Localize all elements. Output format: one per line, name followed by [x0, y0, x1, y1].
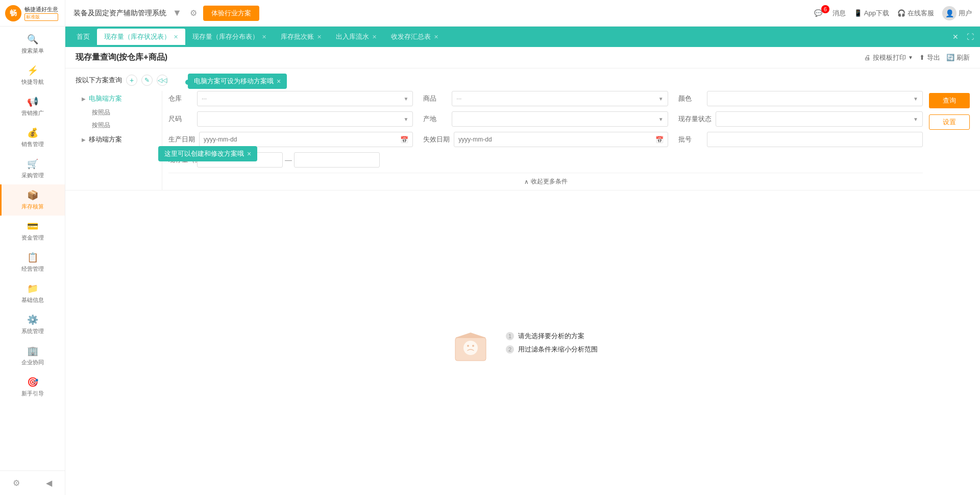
tooltip2-close[interactable]: ×	[247, 150, 251, 158]
stock-status-select[interactable]: ▼	[716, 111, 923, 127]
tab-close-batch-ledger[interactable]: ✕	[317, 34, 322, 40]
scheme-pc-children: 按照品 按照品	[76, 106, 158, 132]
color-select[interactable]: ▼	[707, 91, 923, 106]
produce-date-input-wrap[interactable]: 📅	[199, 132, 413, 147]
settings-gear-icon[interactable]: ⚙	[190, 8, 197, 18]
tab-expand-icon[interactable]: ⛶	[965, 31, 976, 43]
goods-select[interactable]: ··· ▼	[452, 91, 668, 106]
warehouse-select[interactable]: ··· ▼	[197, 91, 413, 106]
content-area: 现存量查询(按仓库+商品) 🖨 按模板打印 ▼ ⬆ 导出 🔄 刷新	[65, 47, 980, 495]
settings-btn[interactable]: ⚙	[11, 476, 22, 490]
empty-svg	[448, 320, 494, 366]
app-download-link[interactable]: 📱 App下载	[854, 9, 889, 18]
lightning-icon: ⚡	[27, 65, 38, 76]
reset-button[interactable]: 设置	[929, 114, 970, 130]
sidebar-item-operations[interactable]: 📋 经营管理	[0, 247, 65, 278]
sidebar-item-quick-nav[interactable]: ⚡ 快捷导航	[0, 60, 65, 91]
tab-home[interactable]: 首页	[69, 29, 97, 45]
svg-point-3	[467, 345, 469, 347]
stock-qty-max[interactable]	[294, 152, 380, 168]
filter-goods: 商品 ··· ▼	[423, 91, 668, 106]
notification-label: 消息	[832, 9, 846, 18]
sidebar-item-guide[interactable]: 🎯 新手引导	[0, 371, 65, 403]
stock-status-dropdown-icon: ▼	[913, 116, 918, 122]
size-dropdown-icon: ▼	[403, 116, 408, 122]
user-area[interactable]: 👤 用户	[942, 6, 972, 20]
batch-input[interactable]	[707, 132, 923, 147]
expire-date-input[interactable]	[458, 136, 653, 143]
tab-batch-ledger[interactable]: 库存批次账 ✕	[274, 29, 329, 45]
filter-produce-date: 生产日期 📅	[168, 132, 413, 147]
tip1-text: 请先选择要分析的方案	[518, 332, 584, 341]
scheme-mobile[interactable]: ▶ 移动端方案	[76, 132, 158, 147]
import-scheme-btn[interactable]: ◁◁	[157, 75, 168, 86]
building-icon: 🏢	[27, 345, 38, 357]
online-support-link[interactable]: 🎧 在线客服	[897, 9, 934, 18]
scheme-pc-label: 电脑端方案	[89, 94, 122, 103]
expire-date-input-wrap[interactable]: 📅	[454, 132, 668, 147]
collapse-btn[interactable]: ◀	[44, 476, 54, 490]
dropdown-arrow-icon[interactable]: ▼	[173, 8, 182, 18]
collapse-filter-btn[interactable]: ∧ 收起更多条件	[168, 173, 923, 190]
scheme-tree-panel: ▶ 电脑端方案 按照品 按照品 ▶ 移动端方案	[76, 91, 162, 190]
print-dropdown-icon: ▼	[908, 55, 913, 60]
sidebar-item-inventory[interactable]: 📦 库存核算	[0, 184, 65, 216]
sidebar-item-marketing[interactable]: 📢 营销推广	[0, 91, 65, 122]
notification-badge: 6	[821, 5, 829, 13]
filter-row-2: 尺码 ▼ 产地 ▼	[168, 111, 923, 127]
sidebar-item-enterprise[interactable]: 🏢 企业协同	[0, 340, 65, 371]
scheme-pc-item2[interactable]: 按照品	[86, 119, 158, 132]
warehouse-label: 仓库	[168, 94, 193, 103]
tab-bar-right: ✕ ⛶	[950, 31, 976, 43]
stock-qty-sep: —	[285, 156, 292, 164]
filter-btn-area: 查询 设置	[929, 91, 970, 190]
user-label: 用户	[959, 9, 972, 18]
sidebar-item-search[interactable]: 🔍 搜索菜单	[0, 29, 65, 60]
sidebar-item-finance[interactable]: 💳 资金管理	[0, 216, 65, 247]
filter-content-area: 按以下方案查询 + ✎ ◁◁ 电脑方案可设为移动方案哦 ×	[65, 68, 980, 495]
tab-collect-summary[interactable]: 收发存汇总表 ✕	[384, 29, 446, 45]
box-icon: 📦	[27, 190, 38, 201]
sidebar-item-purchase[interactable]: 🛒 采购管理	[0, 153, 65, 184]
expire-calendar-icon[interactable]: 📅	[655, 136, 664, 144]
produce-date-label: 生产日期	[168, 135, 195, 144]
tab-inventory-status[interactable]: 现存量（库存状况表） ✕	[97, 29, 185, 45]
origin-select[interactable]: ▼	[452, 111, 668, 127]
scheme-pc[interactable]: ▶ 电脑端方案	[76, 91, 158, 106]
header-right: 💬 6 消息 📱 App下载 🎧 在线客服 👤 用户	[814, 6, 972, 20]
refresh-button[interactable]: 🔄 刷新	[946, 53, 970, 62]
tab-inventory-dist[interactable]: 现存量（库存分布表） ✕	[185, 29, 274, 45]
edit-scheme-btn[interactable]: ✎	[141, 75, 153, 86]
tab-close-in-out-flow[interactable]: ✕	[372, 34, 377, 40]
tip2-num: 2	[506, 345, 514, 353]
tab-in-out-flow[interactable]: 出入库流水 ✕	[329, 29, 384, 45]
tooltip1-close[interactable]: ×	[277, 77, 281, 85]
query-button[interactable]: 查询	[929, 93, 970, 108]
filter-row-1: 仓库 ··· ▼ 商品 ···	[168, 91, 923, 106]
sidebar-item-sales[interactable]: 💰 销售管理	[0, 122, 65, 153]
produce-date-input[interactable]	[204, 136, 398, 143]
produce-calendar-icon[interactable]: 📅	[400, 136, 408, 144]
origin-label: 产地	[423, 114, 448, 124]
filter-color: 颜色 ▼	[678, 91, 923, 106]
export-button[interactable]: ⬆ 导出	[919, 53, 940, 62]
tab-close-inventory-dist[interactable]: ✕	[262, 34, 266, 40]
tab-bar: 首页 现存量（库存状况表） ✕ 现存量（库存分布表） ✕ 库存批次账 ✕ 出入库…	[65, 27, 980, 47]
scheme-pc-item1[interactable]: 按照品	[86, 106, 158, 119]
logo-text: 畅捷通好生意 标准版	[24, 6, 58, 21]
industry-plan-button[interactable]: 体验行业方案	[203, 6, 259, 21]
sidebar-item-system[interactable]: ⚙️ 系统管理	[0, 309, 65, 340]
empty-state-area: 1 请先选择要分析的方案 2 用过滤条件来缩小分析范围	[65, 190, 980, 495]
add-scheme-btn[interactable]: +	[126, 75, 137, 86]
tab-close-all-icon[interactable]: ✕	[950, 31, 961, 43]
tab-close-collect-summary[interactable]: ✕	[434, 34, 438, 40]
gear-icon: ⚙️	[27, 314, 38, 325]
notification-bell[interactable]: 💬 6 消息	[814, 9, 846, 18]
sidebar-item-basic[interactable]: 📁 基础信息	[0, 278, 65, 309]
tab-close-inventory-status[interactable]: ✕	[174, 34, 178, 40]
size-select[interactable]: ▼	[197, 111, 413, 127]
tooltip1-text: 电脑方案可设为移动方案哦	[194, 77, 274, 86]
print-button[interactable]: 🖨 按模板打印 ▼	[864, 53, 913, 62]
sidebar-nav: 🔍 搜索菜单 ⚡ 快捷导航 📢 营销推广 💰 销售管理 🛒 采购管理 📦 库存核…	[0, 27, 65, 470]
goods-label: 商品	[423, 94, 448, 103]
